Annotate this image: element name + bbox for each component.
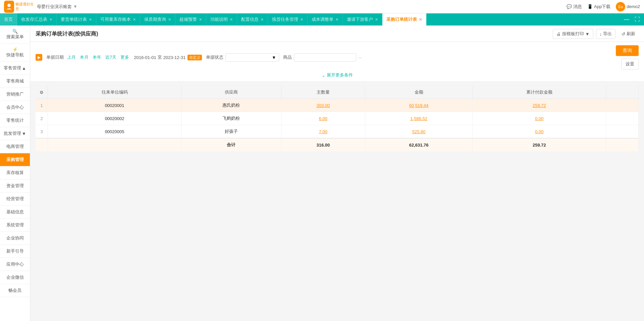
tab-baozhi[interactable]: 保质期查询 ✕	[140, 13, 175, 25]
sidebar-item-app-center[interactable]: 应用中心	[0, 258, 30, 271]
expand-arrow-icon[interactable]: ▶	[36, 54, 42, 61]
status-select[interactable]: ▼	[225, 53, 279, 62]
close-icon[interactable]: ✕	[89, 17, 92, 22]
workspace-arrow-icon: ▼	[73, 4, 77, 9]
date-shortcut-this-year[interactable]: 本年	[91, 54, 103, 61]
sidebar-label: 畅会员	[1, 287, 29, 293]
sidebar-item-ecommerce[interactable]: 电商管理	[0, 140, 30, 153]
close-icon[interactable]: ✕	[335, 17, 338, 22]
sidebar-item-changhui[interactable]: 畅会员	[0, 284, 30, 297]
tab-shoufacun[interactable]: 收发存汇总表 ✕	[17, 13, 57, 25]
date-shortcut-this-month[interactable]: 本月	[78, 54, 90, 61]
tab-gongneng[interactable]: 功能说明 ✕	[206, 13, 237, 25]
tab-caigou-active[interactable]: 采购订单统计表 ✕	[382, 13, 426, 25]
username: demo2	[627, 4, 640, 9]
cell-qty[interactable]: 7.00	[281, 125, 365, 139]
window-maximize-icon[interactable]: ⛶	[633, 16, 641, 22]
expand-label: 展开更多条件	[327, 72, 353, 78]
query-btn-group: 查询 设置	[616, 45, 639, 69]
close-icon[interactable]: ✕	[49, 17, 52, 22]
sidebar-label: 企业微信	[1, 274, 29, 280]
chevron-down-icon: ⌄	[322, 73, 325, 78]
sidebar-item-purchase[interactable]: 采购管理	[0, 153, 30, 166]
tab-peizhi[interactable]: 配置信息 ✕	[237, 13, 268, 25]
tab-keyongliang[interactable]: 可用量库存账本 ✕	[96, 13, 140, 25]
sidebar-item-member[interactable]: 会员中心	[0, 101, 30, 114]
close-icon[interactable]: ✕	[133, 17, 136, 22]
tab-home[interactable]: 首页	[0, 13, 17, 25]
close-icon[interactable]: ✕	[230, 17, 233, 22]
sidebar-item-search[interactable]: 🔍 搜索菜单	[0, 25, 30, 44]
sidebar-item-basic-info[interactable]: 基础信息	[0, 206, 30, 219]
arrow-icon: ▲	[22, 66, 26, 71]
tab-yaoqing[interactable]: 邀请下游客户 ✕	[343, 13, 382, 25]
cell-qty[interactable]: 303.00	[281, 99, 365, 112]
app-download-button[interactable]: 📱 App下载	[587, 4, 610, 10]
cell-amount[interactable]: 525.80	[365, 125, 473, 139]
setting-button[interactable]: 设置	[621, 59, 639, 69]
message-button[interactable]: 💬 消息	[567, 4, 582, 10]
close-icon[interactable]: ✕	[375, 17, 378, 22]
user-profile[interactable]: Ea demo2	[616, 2, 640, 11]
status-filter-group: 单据状态 ▼	[206, 53, 279, 62]
svg-point-0	[7, 4, 11, 7]
sidebar-item-wholesale[interactable]: 批发管理 ▼	[0, 127, 30, 140]
sidebar-label: 搜索菜单	[1, 34, 29, 40]
print-button[interactable]: 🖨 按模板打印 ▼	[553, 29, 593, 39]
table-footer-row: 合计 316.00 62,631.76 259.72	[36, 138, 639, 151]
date-shortcut-7days[interactable]: 近7天	[104, 54, 118, 61]
tab-yaohuo[interactable]: 要货单统计表 ✕	[57, 13, 96, 25]
query-button[interactable]: 查询	[616, 45, 639, 56]
sidebar-item-wechat[interactable]: 企业微信	[0, 271, 30, 284]
sidebar-item-collaboration[interactable]: 企业协同	[0, 232, 30, 245]
refresh-button[interactable]: ↺ 刷新	[618, 29, 639, 39]
tab-jianhuo[interactable]: 拣货任务管理 ✕	[268, 13, 308, 25]
close-icon[interactable]: ✕	[168, 17, 171, 22]
search-icon: 🔍	[1, 29, 29, 34]
export-button[interactable]: ↓ 导出	[596, 29, 616, 39]
sidebar-item-newbie[interactable]: 新手引导	[0, 245, 30, 258]
col-qty: 主数量	[281, 86, 365, 99]
logo-text: 畅捷通好生意	[15, 2, 34, 11]
date-shortcut-more[interactable]: 更多	[119, 54, 130, 61]
sidebar-item-quicknav[interactable]: ⚡ 快捷导航	[0, 44, 30, 62]
sidebar-item-finance[interactable]: 资金管理	[0, 179, 30, 193]
sidebar-item-marketing[interactable]: 营销推广	[0, 88, 30, 101]
more-icon[interactable]: ···	[358, 55, 362, 60]
tab-chaochuyujing[interactable]: 超储预警 ✕	[175, 13, 206, 25]
table-area: ⚙ 往来单位编码 供应商 主数量 金额 累计付款金额 1 00020001 惠氏…	[30, 82, 644, 321]
close-icon[interactable]: ✕	[419, 17, 422, 22]
cell-paid[interactable]: 0.00	[473, 125, 606, 139]
date-range-display: 2016-01-01 至 2023-12-31	[134, 54, 185, 60]
expand-more-button[interactable]: ⌄ 展开更多条件	[322, 72, 353, 78]
cell-amount[interactable]: 1,586.52	[365, 112, 473, 125]
sidebar-item-retail-stats[interactable]: 零售统计	[0, 114, 30, 127]
nav-icon: ⚡	[1, 47, 29, 52]
tab-label: 要货单统计表	[61, 16, 87, 22]
cell-qty[interactable]: 6.00	[281, 112, 365, 125]
close-icon[interactable]: ✕	[300, 17, 303, 22]
col-settings[interactable]: ⚙	[36, 86, 48, 99]
table-row: 2 00020002 飞鹤奶粉 6.00 1,586.52 0.00	[36, 112, 639, 125]
sidebar-item-retail-mgmt[interactable]: 零售管理 ▲	[0, 62, 30, 75]
date-shortcuts: 上月 本月 本年 近7天 更多	[66, 54, 130, 61]
chevron-down-icon: ▼	[585, 32, 590, 37]
row-number: 2	[36, 112, 48, 125]
sidebar-label: 零售商城	[1, 78, 29, 84]
chevron-down-icon: ▼	[272, 55, 276, 60]
sidebar-item-inventory[interactable]: 库存核算	[0, 166, 30, 179]
cell-paid[interactable]: 259.72	[473, 99, 606, 112]
close-icon[interactable]: ✕	[199, 17, 202, 22]
date-shortcut-last-month[interactable]: 上月	[66, 54, 77, 61]
window-minimize-icon[interactable]: —	[623, 16, 631, 22]
cell-amount[interactable]: 60,519.44	[365, 99, 473, 112]
tab-chengben[interactable]: 成本调整单 ✕	[308, 13, 343, 25]
sidebar-item-retail-mall[interactable]: 零售商城	[0, 75, 30, 88]
goods-input[interactable]	[294, 53, 356, 62]
workspace-selector[interactable]: 母婴行业演示账套 ▼	[37, 4, 564, 10]
sidebar-item-system[interactable]: 系统管理	[0, 219, 30, 232]
cell-paid[interactable]: 0.00	[473, 112, 606, 125]
sidebar-item-operations[interactable]: 经营管理	[0, 193, 30, 206]
tab-label: 收发存汇总表	[21, 16, 47, 22]
close-icon[interactable]: ✕	[261, 17, 264, 22]
